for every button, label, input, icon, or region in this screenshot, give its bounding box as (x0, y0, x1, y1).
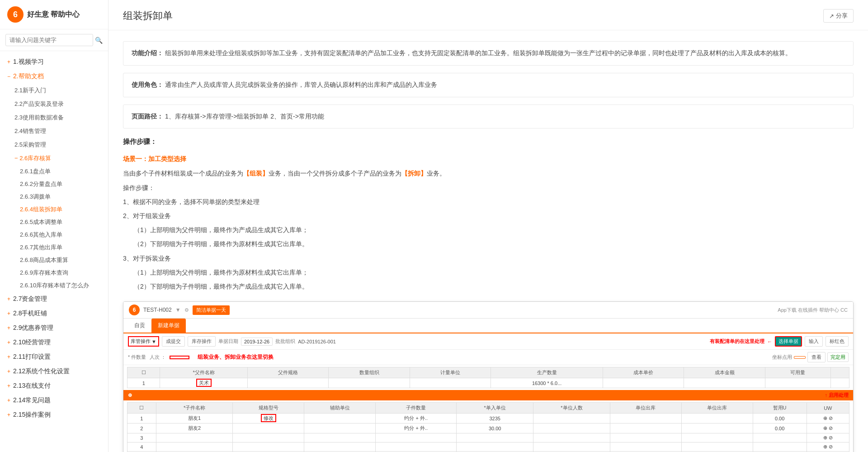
sidebar-item-docs[interactable]: − 2.帮助文档 (0, 69, 108, 84)
mock-btn2[interactable]: 输入 (805, 336, 823, 347)
mock-topbar-btn[interactable]: 简洁单据一天 (193, 305, 230, 315)
sidebar-item-211[interactable]: + 2.11打印设置 (0, 350, 108, 364)
sidebar-subitem-261[interactable]: 2.6.1盘点单 (0, 165, 108, 178)
sidebar-label-docs: 2.帮助文档 (13, 72, 44, 81)
plus-icon: + (7, 59, 10, 65)
sidebar-sub-item-24[interactable]: 2.4销售管理 (0, 124, 108, 138)
sidebar-subitem-263[interactable]: 2.6.3调拨单 (0, 190, 108, 203)
plus-icon-29: + (7, 325, 10, 331)
col-prod-qty: 生产数量 (491, 367, 603, 378)
search-box: 🔍 (0, 29, 108, 51)
app-logo: 6 (7, 6, 24, 23)
scene1-desc: 当由多个子件材料组装成一个成品的业务为【组装】业务，当由一个父件拆分成多个子产品… (123, 168, 854, 179)
plus-icon-212: + (7, 368, 10, 375)
ops-steps-label: 操作步骤： (123, 182, 854, 194)
plus-icon-213: + (7, 383, 10, 389)
sidebar-subitem-262[interactable]: 2.6.2分量盘点单 (0, 178, 108, 190)
sidebar-subitem-267[interactable]: 2.6.7其他出库单 (0, 241, 108, 254)
table-row: 3⊕ ⊘ (127, 433, 849, 442)
sidebar-sub-item-26[interactable]: − 2.6库存核算 (0, 152, 108, 165)
mock-type-dropdown[interactable]: 库管操作 ▼ (128, 336, 159, 347)
sidebar-item-212[interactable]: + 2.12系统个性化设置 (0, 364, 108, 379)
share-button[interactable]: ↗ 分享 (823, 9, 854, 23)
minus-icon: − (7, 73, 10, 80)
mock-bill-btn[interactable]: 选择单据 (775, 336, 802, 347)
annotation-bottom: ↑ 启用处理 (825, 392, 849, 399)
sidebar-subitem-268[interactable]: 2.6.8商品成本重算 (0, 254, 108, 266)
col-cost-price: 成本单价 (603, 367, 684, 378)
col-parent-name: *父件名称 (160, 367, 247, 378)
mock-topbar-id: TEST-H002 (143, 307, 172, 313)
plus-icon-28: + (7, 310, 10, 317)
intro-label: 功能介绍： (132, 49, 163, 57)
ops-heading: 操作步骤： (123, 138, 854, 146)
mock-enable-area: 坐标点用 查看 完定用 (772, 352, 849, 362)
sidebar-sub-item-21[interactable]: 2.1新手入门 (0, 84, 108, 97)
sidebar-header: 6 好生意 帮助中心 (0, 0, 108, 29)
sidebar-item-28[interactable]: + 2.8手机旺铺 (0, 306, 108, 321)
sidebar-sub-item-25[interactable]: 2.5采购管理 (0, 138, 108, 152)
plus-icon-211: + (7, 354, 10, 360)
search-input[interactable] (5, 34, 93, 46)
col-cost-amt: 成本金额 (684, 367, 765, 378)
mock-tab-zg[interactable]: 自贡 (128, 319, 151, 333)
step2-sub2: （2）下部明细为子件明细，最终作为原材料生成其它出库单。 (134, 238, 854, 250)
sidebar-item-video[interactable]: + 1.视频学习 (0, 55, 108, 69)
table-row: 2 朋友2 约分 + 外.. 30.00 0.00 ⊕ ⊘ (127, 423, 849, 433)
content-area: 功能介绍： 组装拆卸单用来处理企业组装或拆卸等加工业务，支持有固定装配清单的产品… (108, 30, 868, 452)
col-ops (830, 367, 849, 378)
step1: 1、根据不同的业务，选择不同单据的类型来处理 (123, 196, 854, 208)
mock-tab-new[interactable]: 新建单据 (151, 319, 186, 333)
sidebar-subitem-265[interactable]: 2.6.5成本调整单 (0, 216, 108, 228)
table-row: 1 关术 16300 * 6.0... (127, 378, 849, 388)
intro-block: 功能介绍： 组装拆卸单用来处理企业组装或拆卸等加工业务，支持有固定装配清单的产品… (123, 41, 854, 66)
mock-top-table: ☐ *父件名称 父件规格 数量组织 计量单位 生产数量 成本单价 成本金额 可用… (127, 367, 849, 388)
role-label: 使用角色： (132, 81, 163, 88)
mock-date-field[interactable]: 2019-12-26 (241, 338, 273, 346)
sidebar-item-213[interactable]: + 2.13在线支付 (0, 379, 108, 393)
mock-form-toolbar: 库管操作 ▼ 成提交 库存操作 单据日期 2019-12-26 批批组织 AD-… (123, 333, 853, 350)
page-title: 组装拆卸单 (123, 9, 173, 23)
sidebar-item-214[interactable]: + 2.14常见问题 (0, 393, 108, 408)
role-block: 使用角色： 通常由生产人员或库管人员完成拆装业务的操作，库管人员确认原材料的出库… (123, 73, 854, 97)
sidebar-subitem-266[interactable]: 2.6.6其他入库单 (0, 228, 108, 241)
mock-type-row: * 件数量 人次 ： 组装业务、拆卸业务在这里切换 坐标点用 查看 完定用 (123, 350, 853, 365)
mock-btn-stock[interactable]: 库存操作 (188, 336, 216, 347)
step2: 2、对于组装业务 (123, 210, 854, 222)
sidebar: 6 好生意 帮助中心 🔍 + 1.视频学习 − 2.帮助文档 2.1新手入门 2… (0, 0, 108, 452)
path-block: 页面路径： 1、库存核算->库存管理->组装拆卸单 2、首页->常用功能 (123, 105, 854, 129)
col-avail: 可用量 (765, 367, 830, 378)
sidebar-sub-item-22[interactable]: 2.2产品安装及登录 (0, 97, 108, 111)
step3: 3、对于拆装业务 (123, 253, 854, 264)
step2-sub1: （1）上部明细为父件明细，最终作为产成品生成其它入库单； (134, 224, 854, 236)
mock-bottom-table-area: ☐ *子件名称 规格型号 辅助单位 子件数量 *单入单位 *单位人数 单位出库 … (123, 400, 853, 452)
sidebar-sub-item-23[interactable]: 2.3使用前数据准备 (0, 111, 108, 124)
sidebar-subitem-264[interactable]: 2.6.4组装拆卸单 (0, 203, 108, 216)
col-checkbox: ☐ (127, 367, 160, 378)
mock-parent-name-cell: 关术 (196, 379, 212, 387)
mock-count-field[interactable] (170, 356, 189, 359)
mock-search-btn[interactable]: 查看 (807, 352, 826, 362)
mock-tabs: 自贡 新建单据 (123, 319, 853, 333)
sidebar-item-27[interactable]: + 2.7资金管理 (0, 292, 108, 306)
step3-sub2: （2）下部明细为子件明细，最终作为产成品生成其它入库单。 (134, 281, 854, 292)
mock-btn3[interactable]: 标红色 (826, 336, 849, 347)
intro-text: 组装拆卸单用来处理企业组装或拆卸等加工业务，支持有固定装配清单的产品加工业务，也… (165, 49, 792, 57)
plus-icon-215: + (7, 412, 10, 418)
sidebar-item-29[interactable]: + 2.9优惠券管理 (0, 321, 108, 335)
sidebar-subitem-269[interactable]: 2.6.9库存账本查询 (0, 266, 108, 279)
search-button[interactable]: 🔍 (95, 37, 103, 44)
annotation-text2: 组装业务、拆卸业务在这里切换 (198, 353, 274, 361)
sidebar-subitem-2610[interactable]: 2.6.10库存账本错了怎么办 (0, 279, 108, 292)
role-text: 通常由生产人员或库管人员完成拆装业务的操作，库管人员确认原材料的出库和产成品的入… (165, 81, 437, 88)
sidebar-item-215[interactable]: + 2.15操作案例 (0, 408, 108, 422)
sidebar-item-210[interactable]: + 2.10经营管理 (0, 335, 108, 350)
app-title: 好生意 帮助中心 (27, 10, 80, 19)
mock-confirm-btn[interactable]: 完定用 (827, 352, 849, 362)
path-text: 1、库存核算->库存管理->组装拆卸单 2、首页->常用功能 (165, 113, 324, 120)
plus-icon-214: + (7, 397, 10, 404)
col-qty-org: 数量组织 (329, 367, 410, 378)
share-label: 分享 (836, 12, 848, 20)
mock-btn-submit[interactable]: 成提交 (162, 336, 185, 347)
mock-input-field2[interactable] (794, 356, 806, 359)
